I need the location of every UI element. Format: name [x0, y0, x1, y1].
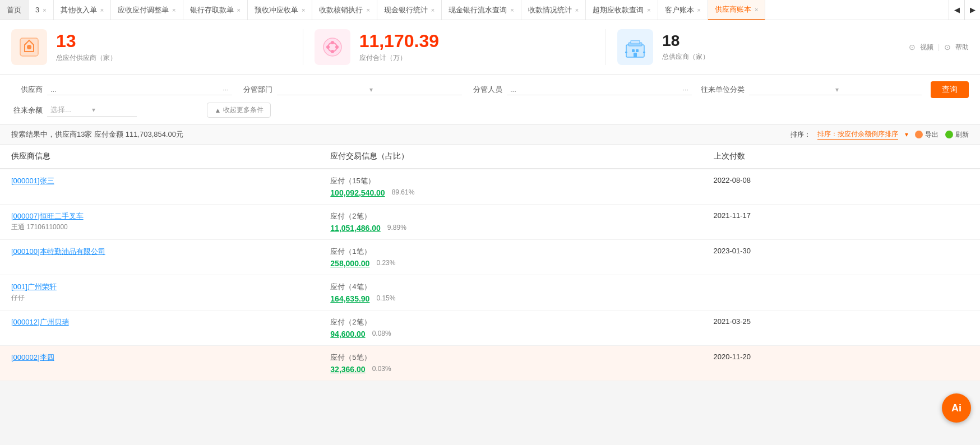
- svg-point-8: [335, 45, 339, 49]
- close-icon-cash-bank-stat[interactable]: ×: [431, 7, 434, 13]
- filter-category: 往来单位分类 ▾: [701, 85, 922, 95]
- divider: |: [938, 43, 940, 51]
- nav-tab-cash-bank-query[interactable]: 现金银行流水查询×: [442, 0, 521, 20]
- svg-rect-12: [632, 49, 635, 52]
- transaction-amount-4[interactable]: 94,600.00: [330, 330, 365, 339]
- table-row: [000100]本特勤油品有限公司应付（1笔）258,000.000.23%20…: [0, 240, 980, 275]
- nav-right-arrow[interactable]: ▶: [964, 0, 980, 20]
- nav-tab-ar-ap-adjust[interactable]: 应收应付调整单×: [111, 0, 183, 20]
- table-row: [000012]广州贝瑞应付（2笔）94,600.000.08%2021-03-…: [0, 310, 980, 346]
- summary-icon-2: [315, 29, 350, 65]
- summary-value-3: 18: [662, 33, 709, 50]
- transaction-type-2: 应付（1笔）: [330, 247, 713, 257]
- svg-rect-15: [625, 52, 627, 53]
- supplier-cell-1: [000007]恒旺二手叉车王通 17106110000: [11, 211, 330, 232]
- refresh-button[interactable]: 刷新: [945, 130, 969, 140]
- transaction-amount-row-2: 258,000.000.23%: [330, 258, 713, 268]
- filter-balance: 往来余额 选择... ▾: [11, 104, 157, 117]
- close-icon-other-income[interactable]: ×: [100, 7, 104, 13]
- nav-tab-customer-ledger[interactable]: 客户账本×: [658, 0, 708, 20]
- transaction-amount-0[interactable]: 100,092,540.00: [330, 188, 385, 197]
- close-icon-bank-deposit[interactable]: ×: [237, 7, 241, 13]
- query-button[interactable]: 查询: [931, 81, 969, 98]
- nav-tab-receipt-stat[interactable]: 收款情况统计×: [521, 0, 586, 20]
- close-icon-overdue-ar[interactable]: ×: [647, 7, 650, 13]
- nav-tab-overdue-ar[interactable]: 超期应收款查询×: [586, 0, 658, 20]
- lastpay-cell-1: 2021-11-17: [714, 211, 969, 220]
- supplier-link-0[interactable]: [000001]张三: [11, 177, 54, 185]
- filter-person: 分管人员 ···: [471, 84, 692, 95]
- summary-info-2: 11,170.39 应付合计（万）: [359, 31, 439, 63]
- close-icon-receipt-stat[interactable]: ×: [575, 7, 579, 13]
- lastpay-date-5: 2020-11-20: [714, 353, 751, 361]
- supplier-input-wrapper[interactable]: ···: [47, 84, 232, 95]
- filter-supplier: 供应商 ···: [11, 84, 232, 95]
- nav-tab-home[interactable]: 首页: [0, 0, 29, 20]
- transaction-cell-2: 应付（1笔）258,000.000.23%: [330, 247, 713, 268]
- category-select[interactable]: ▾: [749, 85, 922, 95]
- close-icon-tab3[interactable]: ×: [43, 7, 46, 13]
- summary-area: 13 总应付供应商（家） 11,170.39 应付合计（万）: [0, 20, 980, 75]
- transaction-pct-1: 9.89%: [387, 224, 406, 231]
- transaction-type-4: 应付（2笔）: [330, 317, 713, 327]
- close-icon-cash-bank-query[interactable]: ×: [510, 7, 514, 13]
- nav-tab-other-income[interactable]: 其他收入单×: [54, 0, 111, 20]
- nav-tab-supplier-ledger[interactable]: 供应商账本×: [708, 0, 765, 20]
- transaction-amount-row-4: 94,600.000.08%: [330, 328, 713, 339]
- person-input-wrapper[interactable]: ···: [507, 84, 692, 95]
- supplier-link-4[interactable]: [000012]广州贝瑞: [11, 318, 69, 326]
- dept-chevron-icon: ▾: [369, 86, 459, 94]
- transaction-amount-1[interactable]: 11,051,486.00: [330, 224, 381, 233]
- close-icon-ar-ap-adjust[interactable]: ×: [172, 7, 175, 13]
- table-row: [000007]恒旺二手叉车王通 17106110000应付（2笔）11,051…: [0, 205, 980, 240]
- close-icon-prepaid-ar[interactable]: ×: [302, 7, 305, 13]
- supplier-link-5[interactable]: [000002]李四: [11, 353, 54, 361]
- transaction-amount-5[interactable]: 32,366.00: [330, 365, 365, 374]
- top-right-links: ⊙ 视频 | ⊙ 帮助: [909, 43, 969, 52]
- transaction-type-3: 应付（4笔）: [330, 282, 713, 292]
- transaction-pct-5: 0.03%: [372, 365, 391, 373]
- video-link[interactable]: 视频: [920, 43, 933, 52]
- close-icon-customer-ledger[interactable]: ×: [697, 7, 701, 13]
- transaction-cell-4: 应付（2笔）94,600.000.08%: [330, 317, 713, 339]
- person-input[interactable]: [510, 85, 682, 94]
- nav-tab-cash-bank-stat[interactable]: 现金银行统计×: [377, 0, 442, 20]
- close-icon-supplier-ledger[interactable]: ×: [755, 6, 758, 13]
- supplier-cell-5: [000002]李四: [11, 353, 330, 363]
- supplier-link-1[interactable]: [000007]恒旺二手叉车: [11, 212, 84, 220]
- balance-label: 往来余额: [11, 105, 43, 115]
- sort-chevron-icon[interactable]: ▾: [905, 131, 908, 138]
- nav-tab-bank-deposit[interactable]: 银行存取款单×: [183, 0, 248, 20]
- transaction-pct-3: 0.15%: [376, 294, 395, 302]
- svg-rect-11: [631, 40, 640, 44]
- lastpay-date-4: 2021-03-25: [714, 317, 751, 326]
- nav-tab-tab3[interactable]: 3×: [29, 0, 54, 20]
- supplier-link-3[interactable]: [001]广州荣轩: [11, 282, 57, 291]
- lastpay-cell-4: 2021-03-25: [714, 317, 969, 326]
- transaction-amount-row-1: 11,051,486.009.89%: [330, 222, 713, 233]
- collapse-button[interactable]: ▲ 收起更多条件: [207, 103, 271, 118]
- export-icon: [915, 131, 923, 138]
- balance-value: 选择...: [50, 105, 92, 115]
- supplier-label: 供应商: [11, 85, 43, 95]
- circle-icon: ⊙: [909, 43, 916, 52]
- transaction-amount-3[interactable]: 164,635.90: [330, 294, 369, 303]
- balance-select[interactable]: 选择... ▾: [47, 104, 137, 117]
- table-body: [000001]张三应付（15笔）100,092,540.0089.61%202…: [0, 169, 980, 381]
- transaction-amount-2[interactable]: 258,000.00: [330, 259, 369, 268]
- export-button[interactable]: 导出: [915, 130, 939, 140]
- nav-left-arrow[interactable]: ◀: [949, 0, 964, 20]
- nav-tab-prepaid-ar[interactable]: 预收冲应收单×: [248, 0, 312, 20]
- help-link[interactable]: 帮助: [955, 43, 969, 52]
- nav-tab-receipt-verify[interactable]: 收款核销执行×: [312, 0, 377, 20]
- category-label: 往来单位分类: [701, 85, 745, 95]
- dept-select[interactable]: ▾: [277, 85, 462, 95]
- summary-label-1: 总应付供应商（家）: [56, 53, 117, 63]
- filter-row-1: 供应商 ··· 分管部门 ▾ 分管人员 ··· 往来单位分类: [11, 81, 969, 98]
- supplier-input[interactable]: [50, 85, 223, 94]
- sort-select[interactable]: 排序：按应付余额倒序排序: [817, 129, 898, 140]
- person-label: 分管人员: [471, 85, 502, 95]
- supplier-link-2[interactable]: [000100]本特勤油品有限公司: [11, 247, 105, 256]
- close-icon-receipt-verify[interactable]: ×: [366, 7, 369, 13]
- collapse-up-icon: ▲: [214, 106, 221, 114]
